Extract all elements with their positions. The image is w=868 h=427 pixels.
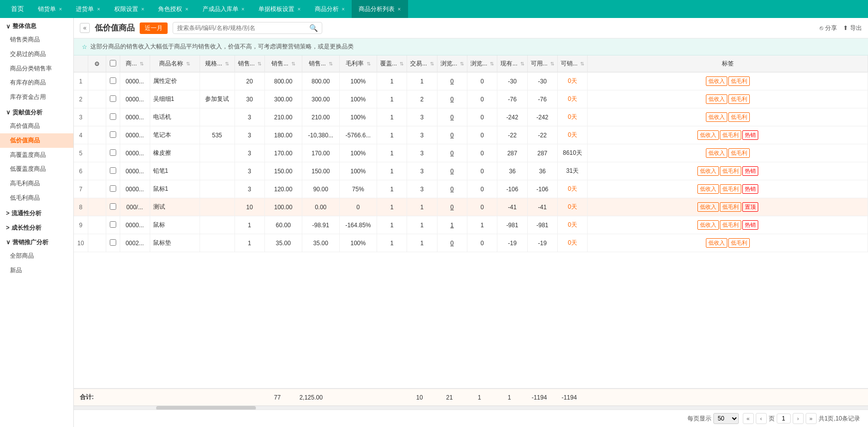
col-sales-gross[interactable]: 销售... ⇅	[302, 55, 339, 72]
browse1-value[interactable]: 0	[450, 114, 454, 121]
browse1-value[interactable]: 0	[450, 168, 454, 175]
row-checkbox[interactable]	[110, 149, 116, 156]
scrollbar-area[interactable]	[74, 406, 868, 410]
row-coverage: 1	[377, 126, 407, 144]
per-page-label: 每页显示	[687, 415, 711, 423]
col-name[interactable]: 商品名称 ⇅	[150, 55, 200, 72]
row-browse1[interactable]: 0	[437, 234, 467, 252]
row-checkbox[interactable]	[110, 203, 116, 210]
nav-sales-order[interactable]: 销货单 ×	[31, 0, 69, 18]
nav-product-analysis[interactable]: 商品分析 ×	[308, 0, 352, 18]
prev-page-button[interactable]: ‹	[756, 413, 767, 424]
sidebar-item-low-coverage[interactable]: 低覆盖度商品	[0, 162, 73, 176]
close-icon[interactable]: ×	[141, 6, 144, 12]
table-header-row: ⚙ 商... ⇅ 商品名称 ⇅ 规格... ⇅ 销售... ⇅ 销售... ⇅ …	[74, 55, 868, 72]
col-sales-price[interactable]: 销售... ⇅	[264, 55, 302, 72]
row-browse1[interactable]: 0	[437, 90, 467, 108]
browse1-value[interactable]: 0	[450, 204, 454, 211]
next-page-button[interactable]: ›	[793, 413, 804, 424]
last-page-button[interactable]: »	[806, 413, 817, 424]
col-usable[interactable]: 可用... ⇅	[527, 55, 557, 72]
col-current[interactable]: 现有... ⇅	[497, 55, 527, 72]
col-code[interactable]: 商... ⇅	[120, 55, 150, 72]
browse1-value[interactable]: 0	[450, 186, 454, 193]
col-trade[interactable]: 交易... ⇅	[407, 55, 437, 72]
row-checkbox[interactable]	[110, 113, 116, 120]
browse1-value[interactable]: 0	[450, 96, 454, 103]
nav-product-analysis-list[interactable]: 商品分析列表 ×	[352, 0, 408, 18]
sidebar-group-overall[interactable]: ∨ 整体信息	[0, 18, 73, 32]
browse1-value[interactable]: 0	[450, 240, 454, 247]
nav-home[interactable]: 首页	[4, 0, 31, 18]
row-browse1[interactable]: 0	[437, 198, 467, 216]
search-input[interactable]	[177, 24, 309, 31]
row-checkbox[interactable]	[110, 239, 116, 246]
row-browse1[interactable]: 0	[437, 72, 467, 90]
sidebar-group-circulation[interactable]: > 流通性分析	[0, 205, 73, 220]
nav-permission[interactable]: 权限设置 ×	[107, 0, 151, 18]
first-page-button[interactable]: «	[743, 413, 754, 424]
col-browse1[interactable]: 浏览... ⇅	[437, 55, 467, 72]
page-number-input[interactable]	[777, 414, 791, 424]
browse1-value[interactable]: 1	[450, 222, 454, 229]
row-browse1[interactable]: 0	[437, 180, 467, 198]
nav-role-auth[interactable]: 角色授权 ×	[151, 0, 195, 18]
row-browse1[interactable]: 0	[437, 108, 467, 126]
sidebar-item-stock-capital[interactable]: 库存资金占用	[0, 90, 73, 104]
close-icon[interactable]: ×	[185, 6, 188, 12]
sidebar-item-low-margin[interactable]: 低毛利商品	[0, 191, 73, 205]
row-checkbox[interactable]	[110, 167, 116, 174]
close-icon[interactable]: ×	[398, 6, 401, 12]
sidebar-item-all-products[interactable]: 全部商品	[0, 249, 73, 263]
row-checkbox[interactable]	[110, 95, 116, 102]
browse1-value[interactable]: 0	[450, 132, 454, 139]
per-page-select[interactable]: 50 20 100	[713, 413, 739, 424]
col-sales-qty[interactable]: 销售... ⇅	[234, 55, 264, 72]
sidebar-item-high-value[interactable]: 高价值商品	[0, 119, 73, 133]
close-icon[interactable]: ×	[97, 6, 100, 12]
col-browse2[interactable]: 浏览... ⇅	[467, 55, 497, 72]
close-icon[interactable]: ×	[297, 6, 300, 12]
sidebar-item-new-products[interactable]: 新品	[0, 263, 73, 278]
per-page-selector: 每页显示 50 20 100	[687, 413, 739, 424]
close-icon[interactable]: ×	[241, 6, 244, 12]
row-checkbox[interactable]	[110, 185, 116, 192]
search-icon[interactable]: 🔍	[309, 24, 318, 32]
sidebar-item-high-margin[interactable]: 高毛利商品	[0, 176, 73, 191]
col-coverage[interactable]: 覆盖... ⇅	[377, 55, 407, 72]
close-icon[interactable]: ×	[342, 6, 345, 12]
row-browse1[interactable]: 0	[437, 126, 467, 144]
row-checkbox[interactable]	[110, 221, 116, 228]
close-icon[interactable]: ×	[59, 6, 62, 12]
browse1-value[interactable]: 0	[450, 150, 454, 157]
nav-purchase-order[interactable]: 进货单 ×	[69, 0, 107, 18]
sidebar-item-sales-products[interactable]: 销售类商品	[0, 32, 73, 47]
row-browse1[interactable]: 0	[437, 144, 467, 162]
settings-column[interactable]: ⚙	[88, 55, 106, 72]
collapse-button[interactable]: «	[80, 23, 90, 33]
row-checkbox[interactable]	[110, 77, 116, 84]
row-browse1[interactable]: 1	[437, 216, 467, 234]
col-saleable[interactable]: 可销... ⇅	[557, 55, 587, 72]
share-button[interactable]: ⎋ 分享	[820, 24, 837, 32]
col-gross-rate[interactable]: 毛利率 ⇅	[339, 55, 377, 72]
sidebar-item-traded-products[interactable]: 交易过的商品	[0, 47, 73, 61]
sidebar-item-low-value[interactable]: 低价值商品	[0, 133, 73, 148]
sidebar-item-category-sales[interactable]: 商品分类销售率	[0, 61, 73, 76]
row-checkbox[interactable]	[110, 131, 116, 138]
export-button[interactable]: ⬆ 导出	[843, 24, 862, 32]
time-filter-button[interactable]: 近一月	[140, 22, 168, 34]
nav-template-settings[interactable]: 单据模板设置 ×	[251, 0, 307, 18]
nav-product-stock[interactable]: 产成品入库单 ×	[196, 0, 251, 18]
sidebar-group-marketing[interactable]: ∨ 营销推广分析	[0, 234, 73, 249]
browse1-value[interactable]: 0	[450, 78, 454, 85]
table-container[interactable]: ⚙ 商... ⇅ 商品名称 ⇅ 规格... ⇅ 销售... ⇅ 销售... ⇅ …	[74, 55, 868, 388]
col-spec[interactable]: 规格... ⇅	[200, 55, 234, 72]
sidebar-item-high-coverage[interactable]: 高覆盖度商品	[0, 148, 73, 162]
sidebar-group-contribution[interactable]: ∨ 贡献值分析	[0, 104, 73, 119]
sidebar-item-stock-products[interactable]: 有库存的商品	[0, 75, 73, 90]
sidebar-group-growth[interactable]: > 成长性分析	[0, 220, 73, 234]
row-browse1[interactable]: 0	[437, 162, 467, 180]
row-checkbox-cell	[106, 216, 120, 234]
select-all-checkbox[interactable]	[110, 60, 116, 66]
